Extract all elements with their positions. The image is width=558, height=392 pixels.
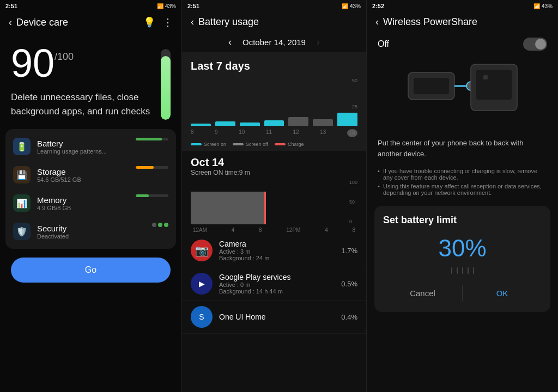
hy-100: 100	[349, 180, 357, 185]
battery-sub: Learning usage patterns...	[37, 148, 168, 155]
y-0: 0	[352, 130, 357, 136]
app-item-camera[interactable]: 📷 Camera Active : 3 m Background : 24 m …	[182, 234, 366, 267]
bar-fill-9	[215, 121, 235, 126]
storage-mini-bar	[136, 166, 168, 169]
battery-icon-p2: 43%	[350, 3, 361, 9]
battery-icon-box: 🔋	[13, 138, 31, 155]
chart-legend: Screen on Screen off Charge	[191, 142, 357, 147]
memory-mini-bar	[136, 194, 168, 197]
p3-description: Put the center of your phone back to bac…	[367, 132, 558, 164]
storage-item[interactable]: 💾 Storage 54.6 GB/512 GB	[5, 161, 176, 189]
security-name: Security	[37, 224, 168, 233]
battery-bar-area	[136, 138, 168, 140]
chart-area: 50 25 0	[191, 78, 357, 143]
dot2	[158, 223, 162, 227]
memory-item[interactable]: 📊 Memory 4.9 GB/8 GB	[5, 189, 176, 217]
dot1	[152, 223, 156, 227]
bar-fill-10	[240, 122, 260, 126]
security-icon-box: 🛡️	[13, 223, 31, 240]
bulb-icon[interactable]: 💡	[143, 16, 155, 28]
powershare-svg	[403, 59, 523, 130]
hourly-bar-red	[264, 192, 266, 224]
signal-icon-p2: 📶	[342, 3, 348, 9]
care-items-list: 🔋 Battery Learning usage patterns... 💾 S…	[5, 129, 176, 249]
svg-rect-6	[476, 70, 512, 100]
go-button[interactable]: Go	[11, 258, 171, 283]
status-icons-p3: 📶 43%	[533, 3, 553, 9]
memory-icon-box: 📊	[13, 194, 31, 212]
battery-item[interactable]: 🔋 Battery Learning usage patterns...	[5, 132, 176, 161]
camera-sub: Active : 3 m	[219, 248, 341, 255]
battery-info: Battery Learning usage patterns...	[37, 139, 168, 155]
chart-container: Last 7 days 50 25 0	[182, 52, 366, 151]
progress-bar-vertical	[161, 49, 171, 120]
bar-12	[288, 117, 308, 126]
status-bar-p1: 2:51 📶 43%	[0, 0, 181, 12]
security-info: Security Deactivated	[37, 224, 168, 240]
x-12: 12	[293, 129, 299, 137]
camera-name: Camera	[219, 240, 341, 248]
ok-button[interactable]: OK	[463, 285, 542, 301]
bar-11	[264, 120, 284, 126]
header-icons-p1: 💡 ⋮	[143, 16, 173, 28]
play-bg: Background : 14 h 44 m	[219, 288, 341, 295]
play-services-icon: ▶	[191, 273, 213, 295]
score-section: 90 /100	[0, 33, 181, 88]
app-list: 📷 Camera Active : 3 m Background : 24 m …	[182, 234, 366, 392]
hx-8p: 8	[352, 227, 355, 233]
back-button-p3[interactable]: ‹	[375, 16, 379, 28]
battery-bar-fill	[136, 138, 162, 140]
date-text: October 14, 2019	[242, 38, 306, 47]
tick3	[462, 267, 463, 274]
p3-title: Wireless PowerShare	[383, 16, 477, 28]
tick1	[451, 267, 452, 274]
toggle-switch[interactable]	[523, 38, 547, 51]
hx-4a: 4	[232, 227, 235, 233]
bar-8	[191, 124, 211, 126]
hourly-bar-gray	[191, 192, 264, 224]
oct14-section: Oct 14 Screen ON time:9 m	[182, 151, 366, 180]
legend-dot-red	[275, 143, 286, 145]
app-item-oneui[interactable]: S One UI Home 0.4%	[182, 301, 366, 334]
storage-sub: 54.6 GB/512 GB	[37, 176, 168, 183]
more-icon[interactable]: ⋮	[163, 16, 173, 28]
app-item-play[interactable]: ▶ Google Play services Active : 0 m Back…	[182, 267, 366, 301]
battery-limit-card: Set battery limit 30% Cancel OK	[374, 206, 550, 312]
memory-bar-fill	[136, 194, 149, 197]
y-50: 50	[352, 78, 357, 83]
battery-icon: 43%	[165, 3, 176, 9]
time-p2: 2:51	[187, 3, 199, 9]
bar-fill-8	[191, 124, 211, 126]
x-9: 9	[215, 129, 218, 137]
back-button-p2[interactable]: ‹	[191, 16, 194, 28]
date-next-arrow[interactable]: ›	[317, 36, 320, 48]
toggle-knob	[535, 39, 546, 50]
hx-12pm: 12PM	[286, 227, 300, 233]
bar-fill-11	[264, 120, 284, 126]
dot3	[164, 223, 168, 227]
chart-y-labels: 50 25 0	[352, 78, 357, 143]
x-11: 11	[266, 129, 272, 137]
battery-mini-bar	[136, 138, 168, 140]
oneui-name: One UI Home	[219, 313, 341, 321]
cancel-button[interactable]: Cancel	[383, 285, 462, 301]
oct14-title: Oct 14	[191, 156, 357, 169]
panel-wireless-powershare: 2:52 📶 43% ‹ Wireless PowerShare Off	[367, 0, 558, 392]
slider-area[interactable]	[383, 267, 542, 274]
bar-9	[215, 121, 235, 126]
hy-0: 0	[349, 219, 357, 224]
signal-icon-p3: 📶	[533, 3, 540, 9]
battery-limit-pct: 30%	[383, 235, 542, 262]
oneui-info: One UI Home	[219, 313, 341, 321]
p1-header-left: ‹ Device care	[9, 17, 68, 28]
legend-label-charge: Charge	[288, 142, 304, 147]
memory-bar-area	[136, 194, 168, 197]
chart-bars	[191, 78, 357, 127]
date-prev-arrow[interactable]: ‹	[228, 36, 232, 48]
back-button-p1[interactable]: ‹	[9, 17, 12, 28]
hourly-chart-inner: 100 50 0 12AM 4 8 12PM 4 8	[191, 180, 357, 234]
security-item[interactable]: 🛡️ Security Deactivated	[5, 217, 176, 246]
panel-device-care: 2:51 📶 43% ‹ Device care 💡 ⋮ 90 /100 Del…	[0, 0, 181, 392]
play-name: Google Play services	[219, 273, 341, 281]
bar-13	[313, 119, 333, 126]
